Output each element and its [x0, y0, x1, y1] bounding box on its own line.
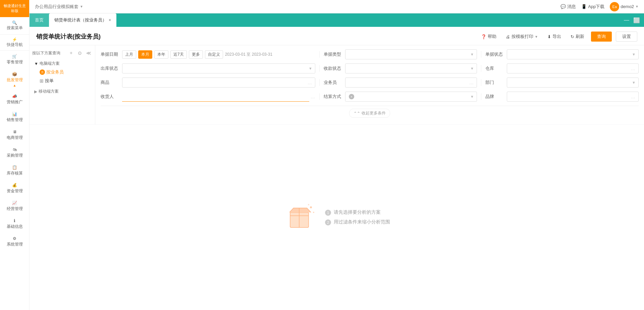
divider3 [319, 65, 320, 72]
doc-status-label: 单据状态 [485, 51, 504, 57]
basic-icon: ℹ [14, 218, 15, 223]
sidebar-logo[interactable]: 畅捷通好生意 标版 [0, 0, 29, 17]
help-btn[interactable]: ❓ 帮助 [478, 32, 499, 41]
date-btn-custom[interactable]: 自定义 [205, 50, 223, 59]
account-selector[interactable]: 办公用品行业模拟账套 ▼ [35, 4, 83, 10]
out-status-select[interactable]: ▼ [122, 63, 315, 73]
payment-status-chevron: ▼ [470, 66, 474, 70]
warehouse-select[interactable]: … [507, 63, 639, 73]
avatar: Ea [610, 2, 619, 11]
sidebar-item-inventory[interactable]: 📋 库存核算 [0, 162, 29, 179]
empty-inner: 1 请先选择要分析的方案 2 用过滤条件来缩小分析范围 [283, 201, 390, 234]
department-select[interactable]: ▼ [507, 78, 639, 88]
tab-maximize-btn[interactable]: ⬜ [632, 16, 641, 25]
sidebar-label-retail: 零售管理 [7, 59, 23, 65]
app-download-label: App下载 [588, 4, 604, 10]
sidebar-item-sales[interactable]: 📊 销售管理 [0, 108, 29, 126]
user-menu[interactable]: Ea demo2 ▼ [610, 2, 639, 11]
export-btn[interactable]: ⬇ 导出 [545, 32, 564, 41]
payment-status-field: 收款状态 ▼ [324, 63, 477, 73]
tab-minimize-btn[interactable]: — [623, 16, 631, 24]
sales-icon: 📊 [12, 112, 17, 116]
purchase-icon: 🛍 [13, 147, 17, 152]
sidebar-item-purchase[interactable]: 🛍 采购管理 [0, 144, 29, 162]
tab-sales-stat[interactable]: 销货单统计表（按业务员） × [49, 13, 116, 27]
tree-item-by-order[interactable]: ⊞ 按单 [38, 76, 92, 85]
tab-close-btn[interactable]: × [109, 18, 111, 22]
doc-type-select[interactable]: ▼ [345, 49, 477, 59]
sidebar-item-quicknav[interactable]: ⚡ 快捷导航 [0, 35, 29, 51]
sidebar-item-retail[interactable]: 🛒 零售管理 [0, 51, 29, 68]
divider2 [481, 51, 481, 58]
topbar: 办公用品行业模拟账套 ▼ 💬 消息 📱 App下载 Ea demo2 ▼ [30, 0, 644, 13]
active-tab-label: 销货单统计表（按业务员） [54, 17, 107, 23]
department-field: 部门 ▼ [485, 78, 639, 88]
receiver-input[interactable] [122, 92, 309, 102]
goods-select[interactable]: … [122, 78, 315, 88]
svg-point-3 [308, 204, 309, 205]
sidebar-item-basic[interactable]: ℹ 基础信息 [0, 215, 29, 233]
divider7 [319, 93, 320, 100]
salesperson-select[interactable]: … [345, 78, 477, 88]
left-panel-title: 按以下方案查询 [32, 50, 60, 56]
sidebar-item-finance[interactable]: 💰 资金管理 [0, 179, 29, 197]
date-btn-this-month[interactable]: 本月 [138, 50, 152, 59]
refresh-btn[interactable]: ↻ 刷新 [568, 32, 587, 41]
quicknav-icon: ⚡ [0, 37, 29, 42]
finance-icon: 💰 [12, 183, 17, 188]
date-filter: 上月 本月 本年 近7天 更多 自定义 2023-03-01 至 2023-03… [122, 50, 315, 59]
sidebar-item-system[interactable]: ⚙ 系统管理 [0, 233, 29, 251]
sidebar-label-marketing: 营销推广 [7, 99, 23, 105]
hint-num-1: 1 [325, 210, 331, 216]
print-btn[interactable]: 🖨 按模板打印 ▼ [503, 32, 541, 41]
warehouse-field: 仓库 … [485, 63, 639, 73]
tree-mobile-section[interactable]: ▶ 移动端方案 [32, 87, 92, 96]
brand-select[interactable]: … [507, 92, 639, 102]
add-scheme-btn[interactable]: ＋ [67, 49, 75, 57]
salesperson-circle: 员 [40, 69, 45, 75]
date-label: 单据日期 [101, 51, 119, 57]
date-btn-7days[interactable]: 近7天 [170, 50, 187, 59]
hint-num-2: 2 [325, 219, 331, 225]
sidebar-item-management[interactable]: 📈 经营管理 [0, 197, 29, 215]
collapse-panel-btn[interactable]: ≪ [85, 49, 92, 57]
date-btn-more[interactable]: 更多 [189, 50, 203, 59]
doc-status-select[interactable]: ▼ [507, 49, 639, 59]
settlement-clear-btn[interactable]: × [349, 94, 354, 99]
export-icon: ⬇ [547, 34, 551, 39]
hint-text-2: 用过滤条件来缩小分析范围 [334, 219, 390, 225]
sidebar-item-search[interactable]: 🔍 搜索菜单 [0, 17, 29, 35]
settings-btn[interactable]: 设置 [616, 32, 637, 42]
collapse-btn[interactable]: ⌃⌃ 收起更多条件 [349, 109, 390, 118]
mobile-section-label: 移动端方案 [39, 89, 59, 94]
settlement-chevron: ▼ [470, 95, 474, 99]
message-btn[interactable]: 💬 消息 [560, 4, 576, 10]
salesperson-filter-label: 业务员 [324, 80, 342, 86]
page-actions: ❓ 帮助 🖨 按模板打印 ▼ ⬇ 导出 ↻ 刷新 查询 设置 [478, 32, 637, 42]
sidebar-label-system: 系统管理 [7, 242, 23, 247]
edit-scheme-btn[interactable]: ⊙ [76, 49, 84, 57]
main-area: 办公用品行业模拟账套 ▼ 💬 消息 📱 App下载 Ea demo2 ▼ 首页 [30, 0, 644, 310]
tab-home[interactable]: 首页 [30, 13, 49, 27]
tree-item-salesperson[interactable]: 员 按业务员 [38, 68, 92, 76]
sidebar-item-wholesale[interactable]: 📦 批发管理 ▲ [0, 68, 29, 91]
date-btn-last-month[interactable]: 上月 [122, 50, 136, 59]
filter-row-4: 收货人 … 结算方式 × ▼ 品牌 [101, 92, 639, 102]
brand-label: 品牌 [485, 94, 504, 100]
left-panel-actions: ＋ ⊙ ≪ [67, 49, 92, 57]
warehouse-dots: … [631, 66, 636, 71]
sidebar-item-ecommerce[interactable]: 🖥 电商管理 [0, 126, 29, 144]
account-name: 办公用品行业模拟账套 [35, 4, 78, 10]
hint-text-1: 请先选择要分析的方案 [334, 209, 381, 215]
logo-text: 畅捷通好生意 标版 [3, 3, 26, 14]
settlement-select[interactable]: × ▼ [345, 92, 477, 102]
page-header: 销货单统计表(按业务员) ❓ 帮助 🖨 按模板打印 ▼ ⬇ 导出 ↻ 刷新 [30, 27, 644, 45]
filter-row-2: 出库状态 ▼ 收款状态 ▼ [101, 63, 639, 73]
query-btn[interactable]: 查询 [591, 32, 612, 42]
app-download-btn[interactable]: 📱 App下载 [581, 4, 604, 10]
sidebar-label-sales: 销售管理 [7, 117, 23, 123]
date-btn-this-year[interactable]: 本年 [154, 50, 168, 59]
goods-field: 商品 … [101, 78, 315, 88]
payment-status-select[interactable]: ▼ [345, 63, 477, 73]
sidebar-item-marketing[interactable]: 📣 营销推广 [0, 91, 29, 108]
